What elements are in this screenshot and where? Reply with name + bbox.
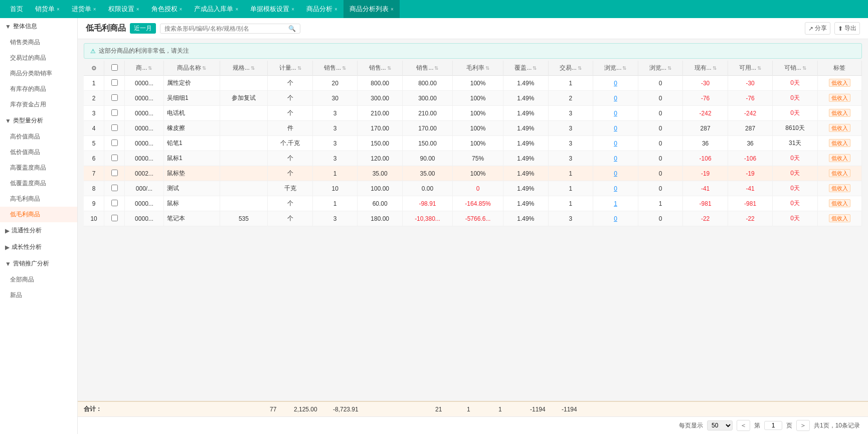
sort-icon[interactable]: ⇅ bbox=[802, 65, 806, 71]
sidebar-item-low-margin[interactable]: 低毛利商品 bbox=[0, 207, 77, 222]
next-page-button[interactable]: ＞ bbox=[796, 420, 810, 431]
close-icon[interactable]: × bbox=[180, 7, 183, 12]
sidebar-item-capital-usage[interactable]: 库存资金占用 bbox=[0, 97, 77, 112]
row-checkbox[interactable] bbox=[111, 185, 118, 191]
nav-product-analysis-list[interactable]: 商品分析列表 × bbox=[343, 0, 400, 18]
col-settings[interactable]: ⚙ bbox=[84, 61, 104, 76]
sidebar-group-circulation[interactable]: ▶ 流通性分析 bbox=[0, 222, 77, 239]
sidebar-item-new-products[interactable]: 新品 bbox=[0, 287, 77, 303]
close-icon[interactable]: × bbox=[391, 7, 394, 12]
row-browse1[interactable]: 0 bbox=[593, 136, 638, 151]
search-input[interactable] bbox=[164, 25, 286, 32]
row-checkbox[interactable] bbox=[111, 124, 118, 131]
sidebar-group-marketing[interactable]: ▼ 营销推广分析 bbox=[0, 255, 77, 272]
page-number-input[interactable] bbox=[764, 421, 782, 430]
nav-sales-order[interactable]: 销货单 × bbox=[29, 0, 66, 18]
sidebar-group-type-analysis[interactable]: ▼ 类型量分析 bbox=[0, 112, 77, 129]
prev-page-button[interactable]: ＜ bbox=[737, 420, 750, 431]
sort-icon[interactable]: ⇅ bbox=[757, 65, 761, 71]
row-browse1[interactable]: 0 bbox=[593, 106, 638, 121]
row-checkbox-cell[interactable] bbox=[104, 76, 125, 91]
row-checkbox-cell[interactable] bbox=[104, 196, 125, 211]
sort-icon[interactable]: ⇅ bbox=[387, 65, 391, 71]
sidebar-group-growth[interactable]: ▶ 成长性分析 bbox=[0, 239, 77, 255]
row-browse1[interactable]: 0 bbox=[593, 211, 638, 226]
nav-product-analysis[interactable]: 商品分析 × bbox=[300, 0, 343, 18]
row-checkbox-cell[interactable] bbox=[104, 121, 125, 136]
row-checkbox-cell[interactable] bbox=[104, 136, 125, 151]
row-checkbox[interactable] bbox=[111, 155, 118, 161]
close-icon[interactable]: × bbox=[57, 7, 60, 12]
sort-icon[interactable]: ⇅ bbox=[533, 65, 537, 71]
nav-role-auth[interactable]: 角色授权 × bbox=[145, 0, 189, 18]
per-page-select[interactable]: 50 100 200 bbox=[707, 420, 733, 430]
sidebar-item-all-products[interactable]: 全部商品 bbox=[0, 272, 77, 287]
row-checkbox-cell[interactable] bbox=[104, 106, 125, 121]
row-browse1[interactable]: 0 bbox=[593, 166, 638, 181]
row-checkbox[interactable] bbox=[111, 170, 118, 176]
sort-icon[interactable]: ⇅ bbox=[434, 65, 438, 71]
sidebar-item-in-stock[interactable]: 有库存的商品 bbox=[0, 81, 77, 97]
row-checkbox-cell[interactable] bbox=[104, 166, 125, 181]
row-gross-margin: -164.85% bbox=[453, 196, 503, 211]
sort-icon[interactable]: ⇅ bbox=[622, 65, 626, 71]
sidebar-item-low-value[interactable]: 低价值商品 bbox=[0, 144, 77, 160]
row-browse1[interactable]: 0 bbox=[593, 151, 638, 166]
row-checkbox-cell[interactable] bbox=[104, 91, 125, 106]
select-all-checkbox[interactable] bbox=[111, 64, 118, 71]
row-checkbox[interactable] bbox=[111, 79, 118, 86]
sort-icon[interactable]: ⇅ bbox=[578, 65, 582, 71]
close-icon[interactable]: × bbox=[334, 7, 337, 12]
nav-product-entry[interactable]: 产成品入库单 × bbox=[188, 0, 244, 18]
search-icon[interactable]: 🔍 bbox=[288, 25, 296, 32]
sort-icon[interactable]: ⇅ bbox=[713, 65, 717, 71]
close-icon[interactable]: × bbox=[136, 7, 139, 12]
nav-permission[interactable]: 权限设置 × bbox=[102, 0, 145, 18]
row-checkbox-cell[interactable] bbox=[104, 151, 125, 166]
row-checkbox[interactable] bbox=[111, 215, 118, 221]
sort-icon[interactable]: ⇅ bbox=[202, 65, 206, 71]
close-icon[interactable]: × bbox=[291, 7, 294, 12]
sidebar-item-category-rate[interactable]: 商品分类助销率 bbox=[0, 66, 77, 81]
sort-icon[interactable]: ⇅ bbox=[485, 65, 489, 71]
row-transaction: 1 bbox=[548, 166, 593, 181]
sort-icon[interactable]: ⇅ bbox=[342, 65, 346, 71]
nav-template-settings[interactable]: 单据模板设置 × bbox=[244, 0, 300, 18]
close-icon[interactable]: × bbox=[235, 7, 238, 12]
row-browse1[interactable]: 0 bbox=[593, 76, 638, 91]
row-transaction: 3 bbox=[548, 121, 593, 136]
sort-icon[interactable]: ⇅ bbox=[148, 65, 152, 71]
row-browse1[interactable]: 0 bbox=[593, 181, 638, 196]
sidebar-item-low-coverage[interactable]: 低覆盖度商品 bbox=[0, 176, 77, 191]
row-checkbox[interactable] bbox=[111, 94, 118, 101]
row-checkbox[interactable] bbox=[111, 200, 118, 206]
sidebar-group-overall[interactable]: ▼ 整体信息 bbox=[0, 18, 77, 35]
settings-icon[interactable]: ⚙ bbox=[91, 65, 97, 72]
row-browse1[interactable]: 1 bbox=[593, 196, 638, 211]
row-checkbox[interactable] bbox=[111, 109, 118, 116]
row-checkbox[interactable] bbox=[111, 139, 118, 146]
row-browse1[interactable]: 0 bbox=[593, 91, 638, 106]
date-filter-button[interactable]: 近一月 bbox=[130, 23, 156, 34]
table-row: 4 0000... 橡皮擦 件 3 170.00 170.00 100% 1.4… bbox=[84, 121, 862, 136]
row-checkbox-cell[interactable] bbox=[104, 211, 125, 226]
row-browse2: 0 bbox=[638, 181, 683, 196]
row-checkbox-cell[interactable] bbox=[104, 181, 125, 196]
sidebar-item-high-coverage[interactable]: 高覆盖度商品 bbox=[0, 160, 77, 176]
nav-home[interactable]: 首页 bbox=[4, 0, 29, 18]
col-checkbox[interactable] bbox=[104, 61, 125, 76]
close-icon[interactable]: × bbox=[93, 7, 96, 12]
table-container[interactable]: ⚙ 商...⇅ 商品名称⇅ 规格...⇅ 计量...⇅ 销售...⇅ 销售...… bbox=[78, 61, 868, 401]
sort-icon[interactable]: ⇅ bbox=[667, 65, 671, 71]
sort-icon[interactable]: ⇅ bbox=[297, 65, 301, 71]
sidebar-item-sales-products[interactable]: 销售类商品 bbox=[0, 35, 77, 50]
sidebar-item-high-margin[interactable]: 高毛利商品 bbox=[0, 191, 77, 207]
row-sales-price: 300.00 bbox=[358, 91, 403, 106]
sidebar-item-high-value[interactable]: 高价值商品 bbox=[0, 129, 77, 144]
sidebar-item-traded-products[interactable]: 交易过的商品 bbox=[0, 50, 77, 66]
export-button[interactable]: ⬆ 导出 bbox=[834, 22, 860, 35]
share-button[interactable]: ↗ 分享 bbox=[805, 22, 830, 35]
row-browse1[interactable]: 0 bbox=[593, 121, 638, 136]
sort-icon[interactable]: ⇅ bbox=[251, 65, 255, 71]
nav-purchase-order[interactable]: 进货单 × bbox=[66, 0, 102, 18]
